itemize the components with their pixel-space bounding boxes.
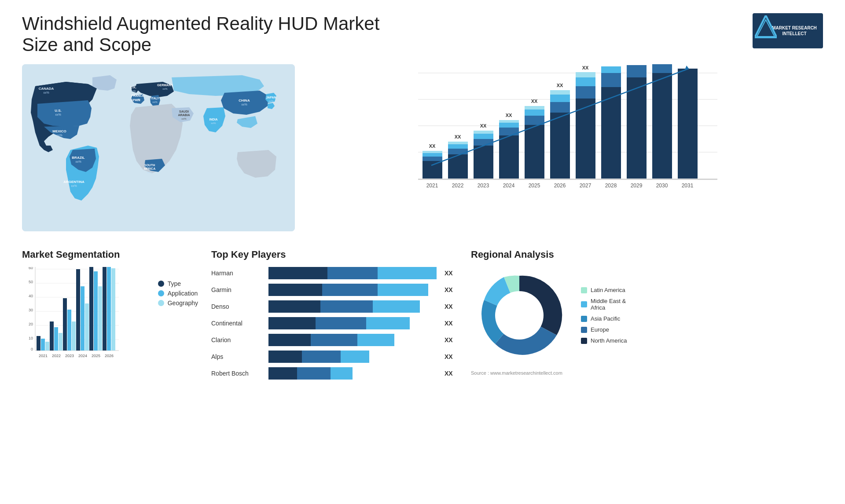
svg-point-141: [495, 291, 544, 340]
regional-title: Regional Analysis: [471, 249, 823, 260]
svg-text:xx%: xx%: [152, 101, 158, 103]
key-players-title: Top Key Players: [211, 249, 458, 260]
legend-label-na: North America: [591, 337, 627, 344]
svg-rect-48: [448, 144, 468, 149]
segmentation-chart-svg: 60 50 40 30 20 10 0: [22, 267, 119, 364]
svg-rect-125: [63, 298, 67, 351]
svg-rect-57: [499, 128, 519, 135]
svg-rect-137: [103, 267, 107, 351]
world-map-svg: CANADA xx% U.S. xx% MEXICO xx% BRAZIL xx…: [22, 64, 295, 231]
svg-rect-64: [525, 106, 544, 110]
svg-rect-78: [601, 66, 621, 73]
page-container: Windshield Augmented Reality HUD Market …: [0, 0, 845, 504]
bar-chart-section: XX XX XX: [304, 64, 823, 231]
header: Windshield Augmented Reality HUD Market …: [22, 13, 823, 55]
svg-rect-84: [652, 64, 672, 73]
svg-text:xx%: xx%: [43, 91, 49, 94]
svg-rect-133: [89, 267, 93, 351]
svg-text:2022: 2022: [452, 183, 464, 189]
svg-rect-61: [525, 125, 544, 179]
svg-text:xx%: xx%: [268, 100, 274, 102]
svg-text:2026: 2026: [554, 183, 566, 189]
player-value: XX: [445, 320, 458, 327]
svg-text:2024: 2024: [78, 354, 87, 358]
legend-application: Application: [158, 290, 198, 297]
svg-text:10: 10: [29, 336, 33, 340]
list-item: Garmin XX: [211, 284, 458, 296]
player-value: XX: [445, 303, 458, 310]
svg-text:2023: 2023: [65, 354, 74, 358]
svg-rect-66: [550, 113, 570, 179]
logo-icon: [755, 15, 777, 42]
svg-text:2026: 2026: [105, 354, 114, 358]
svg-rect-135: [98, 286, 102, 351]
list-item: Harman XX: [211, 267, 458, 279]
svg-text:JAPAN: JAPAN: [266, 96, 276, 99]
svg-text:2027: 2027: [580, 183, 592, 189]
logo-text: MARKET RESEARCH INTELLECT: [769, 25, 819, 37]
player-name: Alps: [211, 353, 264, 360]
regional-section: Regional Analysis: [471, 245, 823, 388]
svg-text:GERMANY: GERMANY: [157, 84, 173, 87]
player-name: Continental: [211, 320, 264, 327]
svg-text:40: 40: [29, 294, 33, 298]
player-value: XX: [445, 370, 458, 377]
svg-rect-43: [422, 153, 442, 157]
svg-text:2030: 2030: [656, 183, 668, 189]
player-bar: [268, 284, 437, 296]
players-list: Harman XX Garmin: [211, 267, 458, 380]
svg-text:2021: 2021: [426, 183, 438, 189]
svg-text:2029: 2029: [631, 183, 643, 189]
svg-text:xx%: xx%: [162, 88, 168, 90]
svg-text:50: 50: [29, 280, 33, 284]
player-name: Denso: [211, 303, 264, 310]
player-value: XX: [445, 353, 458, 360]
svg-rect-72: [576, 86, 595, 99]
map-section: CANADA xx% U.S. xx% MEXICO xx% BRAZIL xx…: [22, 64, 295, 231]
list-item: Alps XX: [211, 351, 458, 363]
player-bar: [268, 300, 437, 313]
svg-text:CHINA: CHINA: [239, 99, 250, 102]
svg-text:ARGENTINA: ARGENTINA: [63, 180, 84, 184]
content-grid: CANADA xx% U.S. xx% MEXICO xx% BRAZIL xx…: [22, 64, 823, 388]
legend-dot-mea: [581, 301, 587, 307]
player-name: Robert Bosch: [211, 370, 264, 377]
logo-container: MARKET RESEARCH INTELLECT: [753, 13, 823, 48]
svg-rect-42: [422, 157, 442, 161]
svg-text:xx%: xx%: [75, 160, 81, 163]
svg-rect-73: [576, 77, 595, 86]
legend-label-type: Type: [168, 280, 181, 287]
segmentation-section: Market Segmentation 60 50 40 30: [22, 245, 198, 388]
svg-text:BRAZIL: BRAZIL: [72, 156, 84, 160]
key-players-section: Top Key Players Harman XX Garmin: [211, 245, 458, 388]
player-bar: [268, 317, 437, 329]
svg-text:ARABIA: ARABIA: [178, 113, 190, 117]
svg-rect-129: [76, 269, 80, 351]
svg-text:2024: 2024: [503, 183, 515, 189]
svg-rect-119: [45, 342, 49, 351]
svg-rect-121: [50, 321, 54, 351]
svg-rect-122: [54, 327, 58, 351]
legend-label-geography: Geography: [168, 299, 198, 307]
player-bar: [268, 334, 437, 346]
legend-type: Type: [158, 280, 198, 287]
svg-rect-127: [72, 321, 76, 351]
svg-rect-49: [448, 142, 468, 144]
svg-text:xx%: xx%: [181, 117, 187, 120]
svg-rect-118: [41, 339, 45, 351]
svg-rect-59: [499, 120, 519, 123]
player-value: XX: [445, 286, 458, 293]
svg-text:30: 30: [29, 308, 33, 312]
svg-rect-77: [601, 73, 621, 87]
player-bar: [268, 367, 437, 380]
svg-text:CANADA: CANADA: [39, 87, 54, 91]
svg-text:0: 0: [31, 347, 33, 351]
legend-label-europe: Europe: [591, 326, 609, 333]
svg-text:xx%: xx%: [133, 102, 138, 105]
svg-text:xx%: xx%: [55, 113, 61, 116]
svg-text:2031: 2031: [682, 183, 694, 189]
svg-rect-134: [94, 271, 98, 351]
legend-dot-na: [581, 338, 587, 344]
legend-dot-type: [158, 281, 164, 287]
svg-rect-68: [550, 95, 570, 102]
